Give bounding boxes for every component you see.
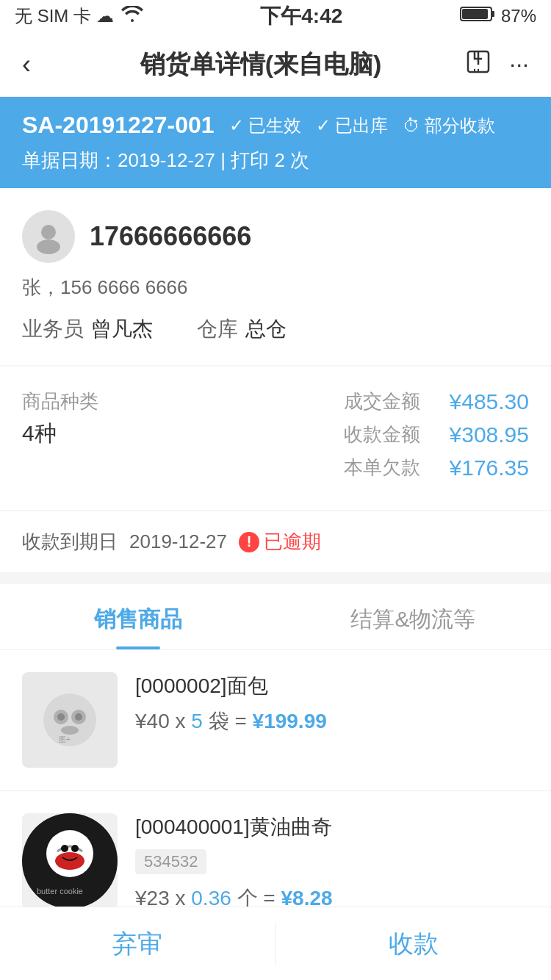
confirm-button[interactable]: 收款 — [276, 907, 552, 980]
battery-icon — [460, 5, 495, 27]
staff-info: 业务员 曾凡杰 — [22, 315, 153, 343]
check-icon-2: ✓ — [316, 115, 331, 136]
warehouse-info: 仓库 总仓 — [197, 315, 287, 343]
customer-detail: 张，156 6666 6666 — [22, 275, 529, 300]
svg-rect-1 — [491, 11, 494, 17]
debt-value: ¥176.35 — [450, 455, 529, 480]
deal-label: 成交金额 — [344, 389, 420, 414]
svg-point-19 — [71, 845, 79, 852]
customer-section: 17666666666 张，156 6666 6666 业务员 曾凡杰 仓库 总… — [0, 188, 551, 365]
badge-partial: ⏱ 部分收款 — [403, 114, 495, 137]
product-info-2: [000400001]黄油曲奇 534532 ¥23 x 0.36 个 = ¥8… — [135, 813, 529, 912]
product-item-1: 图+ [0000002]面包 ¥40 x 5 袋 = ¥199.99 — [0, 650, 551, 790]
avatar — [22, 210, 75, 263]
tab-settlement[interactable]: 结算&物流等 — [276, 584, 551, 649]
due-date: 2019-12-27 — [129, 530, 227, 553]
bottom-bar: 弃审 收款 — [0, 907, 551, 980]
staff-value: 曾凡杰 — [91, 315, 153, 343]
type-label: 商品种类 — [22, 389, 98, 414]
share-icon[interactable] — [465, 48, 491, 81]
page-title: 销货单详情(来自电脑) — [66, 48, 455, 82]
warehouse-label: 仓库 — [197, 315, 238, 343]
collected-value: ¥308.95 — [450, 422, 529, 447]
debt-label: 本单欠款 — [344, 455, 420, 480]
product-qty-1: 5 — [191, 710, 203, 732]
order-id: SA-20191227-001 — [22, 112, 215, 139]
product-list: 图+ [0000002]面包 ¥40 x 5 袋 = ¥199.99 — [0, 650, 551, 934]
product-info-1: [0000002]面包 ¥40 x 5 袋 = ¥199.99 — [135, 672, 529, 735]
svg-rect-2 — [462, 9, 488, 19]
due-section: 收款到期日 2019-12-27 ! 已逾期 — [0, 511, 551, 572]
svg-text:图+: 图+ — [59, 735, 71, 743]
wifi-icon — [121, 6, 143, 26]
type-value: 4种 — [22, 419, 98, 449]
battery-percent: 87% — [501, 6, 536, 26]
product-name-2: [000400001]黄油曲奇 — [135, 813, 529, 841]
back-button[interactable]: ‹ — [22, 49, 66, 80]
overdue-text: 已逾期 — [264, 529, 321, 555]
sim-status: 无 SIM 卡 ☁ — [15, 4, 114, 28]
svg-point-13 — [61, 726, 79, 735]
nav-bar: ‹ 销货单详情(来自电脑) ··· — [0, 32, 551, 97]
deal-value: ¥485.30 — [450, 389, 529, 414]
due-label: 收款到期日 — [22, 529, 118, 555]
status-time: 下午4:42 — [260, 2, 342, 30]
svg-point-6 — [41, 225, 56, 239]
overdue-badge: ! 已逾期 — [239, 529, 321, 555]
tab-sales-products[interactable]: 销售商品 — [0, 584, 276, 649]
badge-effective: ✓ 已生效 — [229, 114, 301, 137]
amount-stats: 成交金额 ¥485.30 收款金额 ¥308.95 本单欠款 ¥176.35 — [344, 389, 529, 488]
nav-actions: ··· — [455, 48, 529, 81]
status-right: 87% — [460, 5, 536, 27]
more-icon[interactable]: ··· — [509, 51, 529, 78]
status-bar: 无 SIM 卡 ☁ 下午4:42 87% — [0, 0, 551, 32]
collected-label: 收款金额 — [344, 422, 420, 447]
warehouse-value: 总仓 — [245, 315, 287, 343]
check-icon: ✓ — [229, 115, 244, 136]
customer-phone: 17666666666 — [90, 221, 251, 252]
overdue-icon: ! — [239, 532, 259, 552]
svg-point-12 — [75, 713, 82, 721]
order-date: 单据日期：2019-12-27 | 打印 2 次 — [22, 148, 529, 173]
svg-point-11 — [57, 713, 65, 721]
cancel-button[interactable]: 弃审 — [0, 907, 276, 980]
product-type-stats: 商品种类 4种 — [22, 389, 98, 449]
clock-icon: ⏱ — [403, 115, 420, 136]
svg-text:butter cookie: butter cookie — [37, 887, 83, 896]
product-name-1: [0000002]面包 — [135, 672, 529, 700]
tabs-section: 销售商品 结算&物流等 — [0, 584, 551, 650]
product-tag-2: 534532 — [135, 849, 206, 874]
product-thumb-2: butter cookie — [22, 813, 118, 909]
order-header: SA-20191227-001 ✓ 已生效 ✓ 已出库 ⏱ 部分收款 单据日期：… — [0, 97, 551, 188]
badge-shipped: ✓ 已出库 — [316, 114, 388, 137]
product-price-1: ¥40 x 5 袋 = ¥199.99 — [135, 707, 529, 735]
svg-point-18 — [61, 845, 68, 852]
status-left: 无 SIM 卡 ☁ — [15, 4, 143, 28]
stats-section: 商品种类 4种 成交金额 ¥485.30 收款金额 ¥308.95 本单欠款 ¥… — [0, 367, 551, 510]
customer-name-phone: 张，156 6666 6666 — [22, 275, 188, 300]
staff-label: 业务员 — [22, 315, 84, 343]
product-thumb-1: 图+ — [22, 672, 118, 768]
svg-point-7 — [37, 239, 60, 254]
product-total-1: ¥199.99 — [253, 710, 327, 732]
